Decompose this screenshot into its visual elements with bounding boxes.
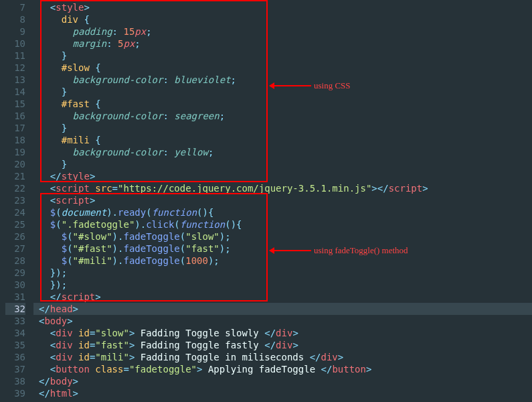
line-number: 22 (5, 182, 25, 194)
css-selector-fast: #fast (62, 98, 90, 109)
line-number: 27 (5, 243, 25, 255)
line-number: 12 (5, 62, 25, 74)
line-number: 35 (5, 339, 25, 351)
line-number: 29 (5, 267, 25, 279)
line-number: 11 (5, 50, 25, 62)
css-prop-padding: padding (73, 26, 112, 37)
line-number: 26 (5, 230, 25, 243)
line-number: 23 (5, 194, 25, 206)
line-number: 36 (5, 351, 25, 363)
css-selector-div: div (62, 14, 78, 25)
line-number: 21 (5, 170, 25, 182)
css-selector-slow: #slow (62, 62, 90, 73)
line-number: 31 (5, 291, 25, 303)
line-number: 18 (5, 134, 25, 146)
line-number: 17 (5, 122, 25, 134)
line-number: 14 (5, 86, 25, 98)
line-number: 39 (5, 387, 25, 399)
line-number: 15 (5, 98, 25, 110)
css-selector-mili: #mili (62, 135, 90, 145)
line-number: 10 (5, 38, 25, 50)
line-number: 20 (5, 158, 25, 170)
line-number: 24 (5, 206, 25, 218)
tag-style-close: style (62, 171, 90, 182)
line-number: 33 (5, 315, 25, 327)
line-number: 25 (5, 218, 25, 230)
css-val: 15 (123, 26, 135, 37)
line-number: 16 (5, 110, 25, 122)
code-editor[interactable]: 7891011121314151617181920212223242526272… (0, 0, 532, 402)
line-number: 19 (5, 146, 25, 158)
line-number: 9 (5, 25, 25, 38)
line-number: 7 (5, 1, 25, 13)
css-prop-margin: margin (73, 38, 107, 49)
line-number-gutter: 7891011121314151617181920212223242526272… (0, 0, 33, 402)
line-number: 38 (5, 375, 25, 387)
tag-style-open: style (56, 2, 84, 13)
line-number: 30 (5, 279, 25, 291)
line-number: 34 (5, 327, 25, 339)
jquery-src: https://code.jquery.com/jquery-3.5.1.min… (123, 183, 365, 194)
line-number: 37 (5, 363, 25, 375)
code-area[interactable]: <style> div { padding: 15px; margin: 5px… (33, 0, 532, 402)
line-number: 28 (5, 255, 25, 267)
line-number: 8 (5, 13, 25, 25)
line-number: 32 (5, 303, 25, 315)
line-number: 13 (5, 74, 25, 86)
